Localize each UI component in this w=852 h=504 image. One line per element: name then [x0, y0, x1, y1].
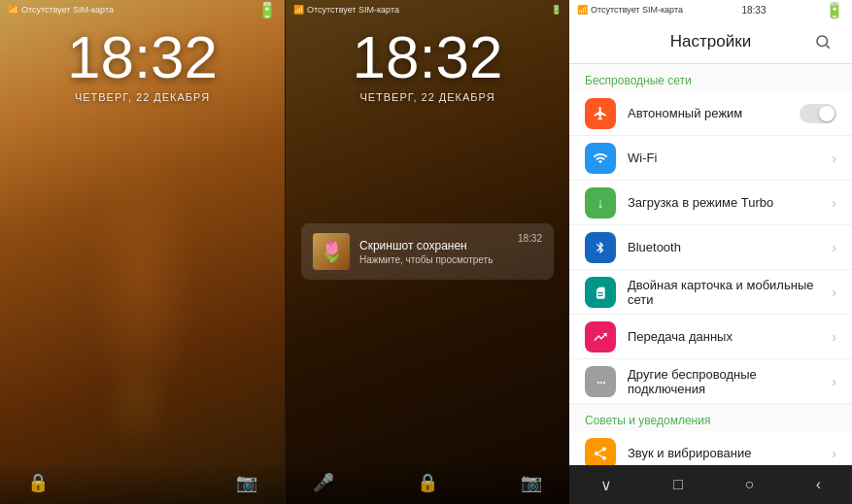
settings-time: 18:33	[741, 5, 766, 16]
signal-info-mid: 📶 Отсутствует SIM-карта	[293, 5, 399, 15]
notif-content: Скриншот сохранен Нажмите, чтобы просмот…	[359, 239, 508, 265]
turbo-arrow: ↓	[597, 195, 604, 211]
notif-bottom-bar: 🎤 🔒 📷	[286, 461, 569, 504]
time-big-mid: 18:32	[286, 27, 569, 87]
date-display-left: ЧЕТВЕРГ, 22 ДЕКАБРЯ	[0, 91, 285, 103]
settings-item-wifi[interactable]: Wi-Fi ›	[569, 136, 852, 181]
airplane-label: Автономный режим	[628, 106, 800, 120]
mic-icon[interactable]: 🎤	[313, 472, 334, 493]
settings-item-data[interactable]: Передача данных ›	[569, 315, 852, 359]
notif-timestamp: 18:32	[518, 233, 542, 244]
lock-icon-left[interactable]: 🔒	[27, 472, 49, 493]
other-wireless-chevron: ›	[832, 374, 836, 389]
nav-home-icon[interactable]: ○	[745, 476, 755, 493]
turbo-label: Загрузка в режиме Turbo	[628, 195, 832, 210]
navigation-bar: ∨ □ ○ ‹	[569, 465, 852, 504]
lock-time-left: 18:32 ЧЕТВЕРГ, 22 ДЕКАБРЯ	[0, 27, 285, 103]
notif-thumbnail	[313, 233, 350, 270]
settings-panel: 📶 Отсутствует SIM-карта 18:33 🔋 Настройк…	[569, 0, 852, 504]
battery-settings: 🔋	[825, 1, 844, 19]
data-icon	[585, 321, 616, 353]
dual-sim-label: Двойная карточка и мобильные сети	[628, 278, 832, 307]
notification-card[interactable]: Скриншот сохранен Нажмите, чтобы просмот…	[301, 223, 554, 280]
turbo-chevron: ›	[832, 195, 836, 211]
status-time-mid: 🔋	[551, 5, 562, 15]
bluetooth-icon	[585, 232, 616, 263]
turbo-icon: ↓	[585, 187, 616, 218]
settings-item-sound[interactable]: Звук и вибрирование ›	[569, 431, 852, 465]
wifi-label: Wi-Fi	[628, 151, 832, 165]
wifi-icon-left: 📶	[8, 5, 18, 15]
notif-title: Скриншот сохранен	[359, 239, 508, 252]
time-display-left: 18:32	[0, 27, 285, 87]
dots-icon: ···	[596, 373, 604, 390]
wifi-chevron: ›	[832, 151, 836, 166]
search-button[interactable]	[809, 28, 836, 55]
airplane-toggle[interactable]	[800, 104, 836, 123]
dual-sim-icon	[585, 277, 616, 308]
lock-icon-mid[interactable]: 🔒	[417, 472, 438, 493]
settings-title: Настройки	[612, 32, 809, 51]
signal-info-settings: 📶 Отсутствует SIM-карта	[577, 5, 683, 15]
settings-item-airplane[interactable]: Автономный режим	[569, 91, 852, 136]
sound-label: Звук и вибрирование	[628, 446, 832, 460]
airplane-svg	[593, 106, 608, 121]
sound-svg	[593, 446, 608, 461]
dual-sim-chevron: ›	[832, 285, 836, 300]
settings-status-bar: 📶 Отсутствует SIM-карта 18:33 🔋	[569, 0, 852, 19]
search-icon	[814, 33, 832, 50]
sim-status-settings: Отсутствует SIM-карта	[591, 5, 683, 15]
svg-point-0	[817, 36, 828, 47]
wifi-icon-settings: 📶	[577, 5, 588, 15]
svg-line-1	[826, 45, 829, 48]
wifi-icon-mid: 📶	[293, 5, 304, 15]
nav-recent-icon[interactable]: □	[673, 476, 683, 493]
status-bar-left: 📶 Отсутствует SIM-карта 🔋	[0, 0, 285, 19]
airplane-icon	[585, 98, 616, 129]
date-mid: ЧЕТВЕРГ, 22 ДЕКАБРЯ	[286, 91, 569, 103]
sound-icon	[585, 438, 616, 466]
signal-info-left: 📶 Отсутствует SIM-карта	[8, 5, 114, 15]
settings-list: Беспроводные сети Автономный режим Wi-Fi…	[569, 64, 852, 465]
settings-item-bluetooth[interactable]: Bluetooth ›	[569, 225, 852, 270]
sim-svg	[593, 285, 608, 300]
bluetooth-chevron: ›	[832, 240, 836, 255]
sim-status-mid: Отсутствует SIM-карта	[307, 5, 399, 15]
settings-item-dual-sim[interactable]: Двойная карточка и мобильные сети ›	[569, 270, 852, 315]
bluetooth-svg	[594, 240, 607, 255]
wifi-setting-icon	[585, 143, 616, 174]
lock-bottom-bar-left: 🔒 📷	[0, 461, 285, 504]
notif-subtitle: Нажмите, чтобы просмотреть	[359, 254, 508, 265]
notification-screen: 📶 Отсутствует SIM-карта 🔋 18:32 ЧЕТВЕРГ,…	[285, 0, 569, 504]
settings-header: Настройки	[569, 19, 852, 64]
sound-chevron: ›	[832, 446, 836, 461]
data-label: Передача данных	[628, 329, 832, 344]
camera-icon-left[interactable]: 📷	[236, 472, 257, 493]
lock-indicator: 🔋	[257, 1, 277, 19]
lock-screen-left: 📶 Отсутствует SIM-карта 🔋 18:32 ЧЕТВЕРГ,…	[0, 0, 285, 504]
bluetooth-label: Bluetooth	[628, 240, 832, 254]
status-bar-mid: 📶 Отсутствует SIM-карта 🔋	[286, 0, 569, 19]
data-svg	[593, 329, 608, 345]
section-header-tips: Советы и уведомления	[569, 404, 852, 431]
section-header-wireless: Беспроводные сети	[569, 64, 852, 91]
other-wireless-icon: ···	[585, 366, 616, 397]
nav-back-icon[interactable]: ‹	[816, 476, 821, 493]
settings-item-turbo[interactable]: ↓ Загрузка в режиме Turbo ›	[569, 181, 852, 225]
sim-status-left: Отсутствует SIM-карта	[21, 5, 114, 15]
wifi-svg	[593, 151, 608, 166]
nav-down-icon[interactable]: ∨	[600, 476, 612, 494]
settings-item-other-wireless[interactable]: ··· Другие беспроводные подключения ›	[569, 359, 852, 404]
other-wireless-label: Другие беспроводные подключения	[628, 367, 832, 396]
camera-icon-mid[interactable]: 📷	[521, 472, 542, 493]
data-chevron: ›	[832, 329, 836, 345]
notif-time-display: 18:32 ЧЕТВЕРГ, 22 ДЕКАБРЯ	[286, 27, 569, 103]
